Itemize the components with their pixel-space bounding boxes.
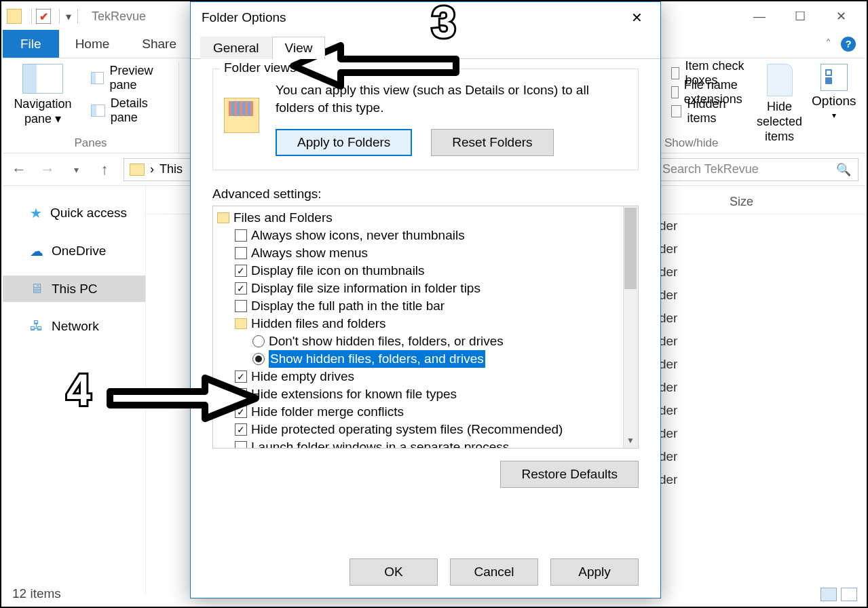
hidden-items-toggle[interactable]: Hidden items bbox=[671, 102, 747, 121]
qat-dropdown-icon[interactable]: ▾ bbox=[64, 10, 73, 23]
apply-button[interactable]: Apply bbox=[550, 558, 639, 586]
reset-folders-button[interactable]: Reset Folders bbox=[431, 129, 553, 156]
search-input[interactable]: Search TekRevue 🔍 bbox=[655, 158, 858, 181]
column-size[interactable]: Size bbox=[730, 195, 865, 209]
close-button[interactable]: ✕ bbox=[820, 3, 861, 29]
navigation-pane-icon bbox=[22, 64, 63, 94]
navigation-sidebar: ★Quick access☁OneDrive🖥This PC🖧Network bbox=[3, 186, 146, 593]
folder-icon bbox=[217, 212, 229, 223]
tree-root[interactable]: Files and Folders bbox=[217, 209, 622, 227]
history-dropdown[interactable]: ▾ bbox=[67, 164, 86, 175]
advanced-settings-tree[interactable]: Files and FoldersAlways show icons, neve… bbox=[212, 206, 639, 449]
file-tab[interactable]: File bbox=[3, 30, 59, 58]
tree-item[interactable]: ✓Hide folder merge conflicts bbox=[217, 403, 622, 421]
sidebar-item-this-pc[interactable]: 🖥This PC bbox=[3, 276, 145, 302]
restore-defaults-button[interactable]: Restore Defaults bbox=[500, 461, 639, 488]
checkbox-icon[interactable] bbox=[235, 300, 247, 312]
tree-item[interactable]: Always show menus bbox=[217, 244, 622, 262]
cancel-button[interactable]: Cancel bbox=[450, 558, 538, 586]
sidebar-item-quick-access[interactable]: ★Quick access bbox=[3, 200, 145, 227]
tree-item[interactable]: Show hidden files, folders, and drives bbox=[217, 350, 622, 368]
checkbox-icon[interactable]: ✓ bbox=[235, 370, 247, 383]
sidebar-item-network[interactable]: 🖧Network bbox=[3, 313, 145, 339]
ribbon-tab-home[interactable]: Home bbox=[59, 30, 126, 58]
folder-icon bbox=[130, 164, 145, 176]
details-view-icon[interactable] bbox=[820, 588, 837, 601]
checkbox-icon[interactable]: ✓ bbox=[235, 388, 247, 400]
scroll-thumb[interactable] bbox=[624, 208, 637, 289]
radio-icon[interactable] bbox=[252, 335, 265, 347]
apply-to-folders-button[interactable]: Apply to Folders bbox=[276, 129, 412, 156]
checkbox-icon[interactable]: ✓ bbox=[235, 423, 247, 436]
cloud-icon: ☁ bbox=[30, 243, 43, 259]
tree-item[interactable]: ✓Display file size information in folder… bbox=[217, 280, 622, 297]
document-icon bbox=[767, 64, 793, 96]
preview-pane-button[interactable]: Preview pane bbox=[91, 64, 169, 92]
checkbox-icon[interactable] bbox=[235, 441, 247, 449]
folder-views-legend: Folder views bbox=[220, 60, 301, 75]
window-title: TekRevue bbox=[92, 10, 146, 24]
tree-item[interactable]: Launch folder windows in a separate proc… bbox=[217, 438, 622, 449]
ribbon-group-showhide-label: Show/hide bbox=[662, 136, 865, 150]
up-button[interactable]: ↑ bbox=[95, 161, 114, 178]
dialog-title: Folder Options bbox=[202, 10, 286, 25]
folder-views-text: You can apply this view (such as Details… bbox=[276, 81, 627, 117]
folder-icon bbox=[235, 318, 247, 329]
forward-button[interactable]: → bbox=[38, 161, 57, 178]
radio-icon[interactable] bbox=[252, 353, 265, 365]
preview-pane-icon bbox=[91, 72, 105, 84]
options-button[interactable]: Options▾ bbox=[812, 64, 856, 121]
checkbox-icon[interactable] bbox=[235, 247, 247, 259]
status-bar: 12 items bbox=[12, 586, 61, 601]
tab-view[interactable]: View bbox=[272, 37, 326, 59]
tree-item[interactable]: ✓Display file icon on thumbnails bbox=[217, 262, 622, 280]
checkbox-icon[interactable]: ✓ bbox=[235, 406, 247, 418]
tree-item[interactable]: ✓Hide protected operating system files (… bbox=[217, 421, 622, 438]
dialog-tabs: General View Search bbox=[191, 33, 660, 59]
tree-item[interactable]: Hidden files and folders bbox=[217, 315, 622, 332]
thumbnails-view-icon[interactable] bbox=[841, 588, 857, 601]
folder-icon bbox=[7, 9, 22, 24]
checkbox-icon[interactable]: ✓ bbox=[235, 265, 247, 277]
help-icon[interactable]: ? bbox=[841, 37, 856, 52]
ok-button[interactable]: OK bbox=[350, 558, 438, 586]
star-icon: ★ bbox=[30, 205, 42, 221]
tree-scrollbar[interactable]: ▲ ▼ bbox=[623, 206, 638, 448]
navigation-pane-button[interactable]: Navigation pane ▾ bbox=[12, 64, 73, 129]
tree-item[interactable]: ✓Hide extensions for known file types bbox=[217, 385, 622, 403]
checkbox-icon[interactable] bbox=[235, 229, 247, 242]
maximize-button[interactable]: ☐ bbox=[780, 3, 820, 29]
details-pane-icon bbox=[91, 104, 105, 117]
ribbon-group-panes-label: Panes bbox=[3, 136, 178, 150]
sidebar-item-onedrive[interactable]: ☁OneDrive bbox=[3, 238, 145, 265]
dialog-titlebar: Folder Options ✕ bbox=[191, 2, 660, 33]
folder-options-dialog: Folder Options ✕ General View Search Fol… bbox=[190, 1, 661, 598]
ribbon-tab-share[interactable]: Share bbox=[126, 30, 193, 58]
options-icon bbox=[820, 64, 848, 91]
tree-item[interactable]: Always show icons, never thumbnails bbox=[217, 227, 622, 244]
dialog-close-button[interactable]: ✕ bbox=[624, 7, 649, 28]
tab-general[interactable]: General bbox=[200, 37, 272, 59]
folder-views-group: Folder views You can apply this view (su… bbox=[212, 69, 639, 170]
breadcrumb[interactable]: › This bbox=[124, 158, 198, 181]
checkbox-icon[interactable]: ✓ bbox=[235, 282, 247, 294]
pc-icon: 🖥 bbox=[30, 281, 43, 297]
tree-item[interactable]: ✓Hide empty drives bbox=[217, 368, 622, 385]
scroll-down-icon[interactable]: ▼ bbox=[623, 433, 638, 448]
advanced-settings-label: Advanced settings: bbox=[212, 187, 639, 202]
minimize-button[interactable]: — bbox=[739, 3, 780, 29]
folder-thumb-icon bbox=[224, 98, 259, 133]
details-pane-button[interactable]: Details pane bbox=[91, 96, 169, 125]
tree-item[interactable]: Display the full path in the title bar bbox=[217, 297, 622, 315]
back-button[interactable]: ← bbox=[10, 161, 29, 178]
hide-selected-button[interactable]: Hide selected items bbox=[757, 64, 802, 144]
qat-properties-icon[interactable]: ✔ bbox=[36, 9, 51, 24]
net-icon: 🖧 bbox=[30, 318, 43, 334]
tree-item[interactable]: Don't show hidden files, folders, or dri… bbox=[217, 332, 622, 350]
search-icon: 🔍 bbox=[836, 162, 851, 177]
collapse-ribbon-icon[interactable]: ˄ bbox=[825, 37, 831, 52]
